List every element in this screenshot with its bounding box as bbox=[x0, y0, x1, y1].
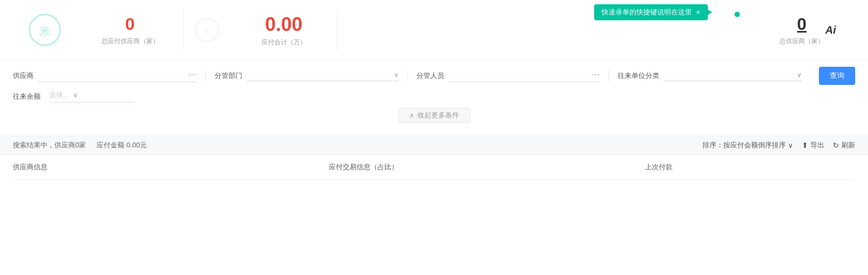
collapse-label: 收起更多条件 bbox=[417, 111, 459, 120]
unit-filter: 往来单位分类 ∨ bbox=[609, 70, 810, 81]
unit-input-area[interactable]: ∨ bbox=[664, 70, 802, 81]
total-supplier-count: 0 bbox=[797, 14, 807, 34]
export-button[interactable]: ⬆ 导出 bbox=[802, 140, 824, 150]
result-bar-right: 排序：按应付会额倒序排序 ∨ ⬆ 导出 ↻ 刷新 bbox=[703, 140, 855, 150]
payable-amount-result: 应付金额 0.00元 bbox=[97, 140, 147, 150]
card-total-suppliers: 0 总供应商（家） bbox=[748, 10, 855, 50]
ai-badge: Ai bbox=[825, 24, 836, 36]
table-body bbox=[13, 180, 855, 275]
supplier-dots[interactable]: ··· bbox=[188, 70, 196, 80]
person-input[interactable] bbox=[448, 70, 587, 78]
svg-text:米: 米 bbox=[203, 27, 211, 35]
sort-select[interactable]: 排序：按应付会额倒序排序 ∨ bbox=[703, 140, 793, 150]
total-supplier-label: 总供应商（家） bbox=[779, 37, 824, 46]
result-bar-left: 搜索结果中，供应商0家 应付金额 0.00元 bbox=[13, 140, 147, 150]
filter-section: 供应商 ··· 分管部门 ∨ 分管人员 ··· 往来单位分类 bbox=[0, 60, 868, 136]
shortcut-tooltip: 快速录单的快捷键说明在这里 × bbox=[594, 4, 708, 20]
logo-area-2: 米 bbox=[184, 17, 231, 43]
supplier-input-area[interactable]: ··· bbox=[38, 70, 197, 82]
supplier-result-count: 搜索结果中，供应商0家 bbox=[13, 140, 86, 150]
dept-input-area[interactable]: ∨ bbox=[247, 70, 399, 81]
card-payable-suppliers: 0 总应付供应商（家） bbox=[77, 10, 184, 50]
card-payable-total: 0.00 应付合计（万） bbox=[231, 9, 337, 51]
sort-label: 排序：按应付会额倒序排序 bbox=[703, 140, 786, 150]
col-header-transaction: 应付交易信息（占比） bbox=[329, 162, 645, 172]
payable-total-number: 0.00 bbox=[265, 13, 302, 36]
balance-arrow[interactable]: ∨ bbox=[73, 91, 78, 99]
payable-supplier-label: 总应付供应商（家） bbox=[101, 37, 159, 46]
balance-select[interactable]: 选择... ∨ bbox=[49, 90, 135, 103]
refresh-label: 刷新 bbox=[841, 140, 855, 150]
supplier-label: 供应商 bbox=[13, 71, 34, 81]
dept-label: 分管部门 bbox=[215, 71, 242, 81]
refresh-button[interactable]: ↻ 刷新 bbox=[833, 140, 855, 150]
payable-supplier-count: 0 bbox=[125, 14, 135, 34]
col-header-supplier: 供应商信息 bbox=[13, 162, 329, 172]
tooltip-close-btn[interactable]: × bbox=[696, 9, 700, 16]
dept-input[interactable] bbox=[247, 70, 390, 78]
tooltip-dot bbox=[735, 12, 740, 17]
person-dots[interactable]: ··· bbox=[591, 70, 600, 80]
svg-text:米: 米 bbox=[39, 25, 51, 38]
collapse-icon: ∧ bbox=[409, 112, 414, 119]
export-label: 导出 bbox=[810, 140, 824, 150]
payable-total-label: 应付合计（万） bbox=[262, 38, 306, 47]
collapse-button[interactable]: ∧ 收起更多条件 bbox=[398, 108, 470, 123]
col-header-last-payment: 上次付款 bbox=[645, 162, 856, 172]
balance-placeholder: 选择... bbox=[49, 90, 69, 100]
balance-label: 往来余额 bbox=[13, 92, 41, 101]
result-bar: 搜索结果中，供应商0家 应付金额 0.00元 排序：按应付会额倒序排序 ∨ ⬆ … bbox=[0, 136, 868, 155]
export-icon: ⬆ bbox=[802, 141, 808, 150]
logo-area: 米 bbox=[13, 13, 77, 47]
supplier-filter: 供应商 ··· bbox=[13, 70, 206, 82]
dept-arrow[interactable]: ∨ bbox=[394, 71, 399, 78]
filter-row-1: 供应商 ··· 分管部门 ∨ 分管人员 ··· 往来单位分类 bbox=[13, 67, 855, 85]
person-label: 分管人员 bbox=[416, 71, 444, 81]
unit-label: 往来单位分类 bbox=[618, 71, 659, 81]
sort-arrow[interactable]: ∨ bbox=[788, 142, 793, 150]
dept-filter: 分管部门 ∨ bbox=[206, 70, 408, 81]
refresh-icon: ↻ bbox=[833, 141, 839, 150]
top-section: 米 0 总应付供应商（家） 米 0.00 应付合计（万） 0 总供应商（家） 快… bbox=[0, 0, 868, 60]
table-header: 供应商信息 应付交易信息（占比） 上次付款 bbox=[13, 155, 855, 180]
unit-input[interactable] bbox=[664, 70, 793, 78]
table-section: 供应商信息 应付交易信息（占比） 上次付款 bbox=[0, 155, 868, 275]
filter-row-2: 往来余额 选择... ∨ bbox=[13, 90, 855, 103]
balance-select-area[interactable]: 选择... ∨ bbox=[49, 90, 135, 103]
unit-arrow[interactable]: ∨ bbox=[797, 71, 802, 78]
supplier-input[interactable] bbox=[38, 70, 184, 78]
collapse-area: ∧ 收起更多条件 bbox=[13, 108, 855, 136]
tooltip-text: 快速录单的快捷键说明在这里 bbox=[602, 7, 692, 17]
query-button[interactable]: 查询 bbox=[819, 67, 855, 85]
person-filter: 分管人员 ··· bbox=[408, 70, 610, 82]
person-input-area[interactable]: ··· bbox=[448, 70, 601, 82]
